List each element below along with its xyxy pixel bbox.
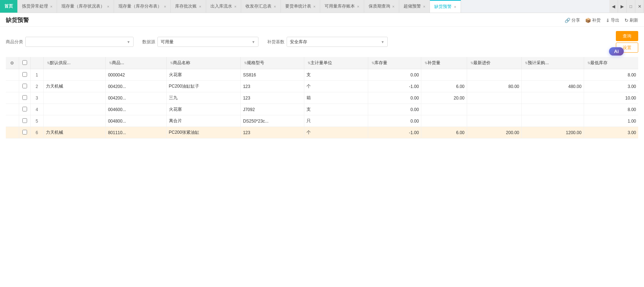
export-icon: ⇓ [606,18,610,23]
table-cell: J7092 [241,104,304,115]
refresh-icon: ↻ [625,18,628,23]
table-cell [522,104,584,115]
tab-window-restore[interactable]: □ [627,0,635,13]
tab-scroll-right[interactable]: ▶ [618,0,627,13]
tab-close-defect-proc[interactable]: × [50,4,52,9]
table-cell: 只 [304,115,368,127]
table-cell [467,104,522,115]
table-cell: PC200油缸缸子 [166,81,241,92]
tab-avail-ledger[interactable]: 可用量库存账本× [320,0,364,13]
tab-scroll-left[interactable]: ◀ [609,0,618,13]
table-cell: 0.00 [368,115,421,127]
tab-close-overstock-warn[interactable]: × [423,4,425,9]
tab-close-inout-flow[interactable]: × [234,4,236,9]
table-cell [43,69,106,81]
tab-close-stock-dist[interactable]: × [164,4,166,9]
th-spec[interactable]: ⇅规格型号 [241,57,304,69]
export-button[interactable]: ⇓ 导出 [606,17,619,23]
tab-close-stockout-warn[interactable]: × [454,5,456,9]
th-forecast[interactable]: ⇅预计采购... [522,57,584,69]
th-unit-sort-icon: ⇅ [308,61,310,65]
ai-button[interactable]: Ai [609,47,624,56]
th-supplier[interactable]: ⇅默认供应... [43,57,106,69]
th-stock[interactable]: ⇅库存量 [368,57,421,69]
table-cell[interactable] [19,127,30,138]
th-minstock[interactable]: ⇅最低库存 [584,57,638,69]
table-cell [522,115,584,127]
datasource-filter-group: 数据源 可用量 ▼ [142,37,258,47]
query-button[interactable]: 查询 [616,31,638,41]
table-cell: 力天机械 [43,81,106,92]
tab-overstock-warn[interactable]: 超储预警× [399,0,430,13]
table-cell: 三九 [166,92,241,104]
th-price[interactable]: ⇅最新进价 [467,57,522,69]
tab-inout-flow[interactable]: 出入库流水× [206,0,241,13]
th-unit[interactable]: ⇅主计量单位 [304,57,368,69]
tab-close-expiry-query[interactable]: × [392,4,395,9]
replenish-select[interactable]: 安全库存 ▼ [287,37,388,47]
refresh-label: 刷新 [630,17,638,23]
tab-label-inout-flow: 出入库流水 [210,3,232,9]
row-checkbox[interactable] [22,107,27,111]
header-actions: 🔗 分享 📦 补货 ⇓ 导出 ↻ 刷新 [565,17,638,23]
datasource-chevron-icon: ▼ [252,40,255,44]
tab-close-receive-summary[interactable]: × [274,4,276,9]
tab-label-defect-proc: 拣货异常处理 [22,3,48,9]
row-checkbox[interactable] [22,118,27,123]
replenish-button[interactable]: 📦 补货 [585,17,601,23]
th-code[interactable]: ⇅商品... [106,57,166,69]
refresh-button[interactable]: ↻ 刷新 [625,17,638,23]
share-label: 分享 [571,17,580,23]
tab-close-req-stats[interactable]: × [313,4,316,9]
row-checkbox[interactable] [22,130,27,134]
table-cell[interactable] [19,69,30,81]
table-cell [6,81,19,92]
tab-close-batch-ledger[interactable]: × [199,4,201,9]
tab-defect-proc[interactable]: 拣货异常处理× [18,0,57,13]
table-cell[interactable] [19,92,30,104]
th-replen[interactable]: ⇅补货量 [421,57,467,69]
table-cell: 火花塞 [166,69,241,81]
tab-label-stock-status: 现存量（库存状况表） [61,3,105,9]
tab-home[interactable]: 首页 [0,0,18,13]
row-checkbox[interactable] [22,95,27,100]
tab-stockout-warn[interactable]: 缺货预警× [430,0,461,13]
tab-expiry-query[interactable]: 保质期查询× [364,0,399,13]
tab-close-avail-ledger[interactable]: × [357,4,359,9]
tab-req-stats[interactable]: 要货单统计表× [281,0,320,13]
th-forecast-sort-icon: ⇅ [525,61,528,65]
th-checkbox[interactable] [19,57,30,69]
row-checkbox[interactable] [22,72,27,77]
datasource-select[interactable]: 可用量 ▼ [157,37,258,47]
category-select[interactable]: ▼ [25,37,134,47]
table-cell: 123 [241,81,304,92]
table-cell [421,69,467,81]
table-cell [6,127,19,138]
tab-close-stock-status[interactable]: × [107,4,109,9]
tab-stock-dist[interactable]: 现存量（库存分布表）× [114,0,171,13]
table-cell: 8.00 [584,69,638,81]
share-button[interactable]: 🔗 分享 [565,17,580,23]
table-cell[interactable] [19,81,30,92]
tab-stock-status[interactable]: 现存量（库存状况表）× [57,0,114,13]
table-cell[interactable] [19,104,30,115]
table-cell: 离合片 [166,115,241,127]
tab-bar: 首页 拣货异常处理×现存量（库存状况表）×现存量（库存分布表）×库存批次账×出入… [0,0,644,13]
table-cell: 8.00 [584,104,638,115]
select-all-checkbox[interactable] [22,60,27,65]
table-cell[interactable] [19,115,30,127]
datasource-label: 数据源 [142,39,155,45]
tab-receive-summary[interactable]: 收发存汇总表× [241,0,280,13]
tab-batch-ledger[interactable]: 库存批次账× [171,0,206,13]
table-cell: 004200... [106,92,166,104]
th-gear[interactable]: ⚙ [6,57,19,69]
tab-close-all[interactable]: ✕ [635,0,644,13]
table-cell: 力天机械 [43,127,106,138]
th-price-sort-icon: ⇅ [470,61,473,65]
th-name[interactable]: ⇅商品名称 [166,57,241,69]
table-cell: 个 [304,127,368,138]
table-cell: DS250*23c... [241,115,304,127]
th-index [30,57,43,69]
replenish-chevron-icon: ▼ [381,40,384,44]
row-checkbox[interactable] [22,84,27,88]
